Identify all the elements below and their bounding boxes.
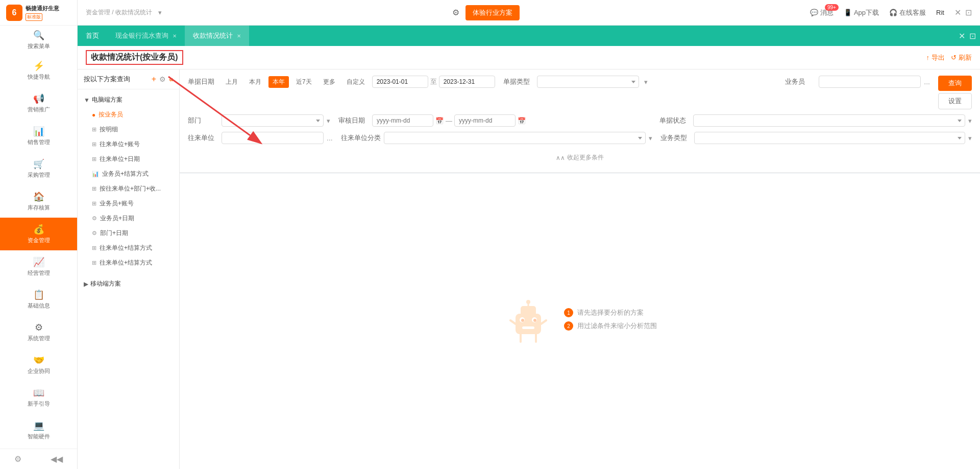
date-btn-custom[interactable]: 自定义 xyxy=(342,76,369,88)
date-range-inputs: 至 xyxy=(372,76,495,88)
tab-receipts[interactable]: 收款情况统计 ✕ xyxy=(185,26,249,46)
close-all-tabs-btn[interactable]: ✕ xyxy=(959,31,965,41)
sidebar-item-inventory[interactable]: 🏠 库存核算 xyxy=(0,185,77,218)
basic-info-icon: 📋 xyxy=(33,289,44,300)
svg-line-10 xyxy=(541,320,546,324)
settings-footer-icon[interactable]: ⚙ xyxy=(14,454,21,464)
business-type-select[interactable] xyxy=(694,132,965,144)
topbar-left: 资金管理 / 收款情况统计 ▾ xyxy=(86,8,162,17)
tree-item-partner-date[interactable]: ⊞ 往来单位+日期 xyxy=(78,152,179,167)
date-filter-label: 单据日期 xyxy=(188,77,218,86)
doc-type-select[interactable] xyxy=(537,76,639,88)
app-download-btn[interactable]: 📱 App下载 xyxy=(844,8,879,17)
scheme-settings-btn[interactable]: ⚙ xyxy=(159,75,166,83)
tree-item-salesperson-settlement[interactable]: 📊 业务员+结算方式 xyxy=(78,167,179,181)
collapse-bar[interactable]: ∧∧ 收起更多条件 xyxy=(188,149,972,166)
partner-more-btn[interactable]: ... xyxy=(327,134,333,142)
dept-select[interactable] xyxy=(222,114,324,127)
purchase-icon: 🛒 xyxy=(33,158,44,170)
sidebar-item-finance[interactable]: 💰 资金管理 xyxy=(0,218,77,250)
tree-item-partner-settlement2[interactable]: ⊞ 往来单位+结算方式 xyxy=(78,255,179,270)
partner-input[interactable] xyxy=(222,132,324,144)
left-panel: 按以下方案查询 + ⚙ « ▼ 电脑端方案 ● 按业务员 ⊞ xyxy=(78,69,180,469)
collapse-panel-btn[interactable]: « xyxy=(169,75,173,83)
date-btn-more[interactable]: 更多 xyxy=(319,76,339,88)
tree-item-by-detail[interactable]: ⊞ 按明细 xyxy=(78,122,179,137)
salesperson-input[interactable] xyxy=(819,76,921,88)
tree-item-partner-settlement1[interactable]: ⊞ 往来单位+结算方式 xyxy=(78,241,179,255)
collapse-footer-icon[interactable]: ◀◀ xyxy=(51,454,63,464)
tree-section-mobile-title[interactable]: ▶ 移动端方案 xyxy=(78,276,179,291)
tab-cashflow[interactable]: 现金银行流水查询 ✕ xyxy=(107,26,185,46)
expand-tabs-btn[interactable]: ⊡ xyxy=(969,31,976,41)
maximize-window-btn[interactable]: ⊡ xyxy=(965,8,972,17)
sidebar-item-quicknav[interactable]: ⚡ 快捷导航 xyxy=(0,54,77,87)
add-scheme-btn[interactable]: + xyxy=(152,75,156,84)
sidebar-item-operations[interactable]: 📈 经营管理 xyxy=(0,250,77,283)
date-btn-7days[interactable]: 近7天 xyxy=(292,76,316,88)
audit-date-to[interactable] xyxy=(454,114,516,127)
sidebar-logo: 6 畅捷通好生意 标准版 xyxy=(0,0,77,26)
tree-item-salesperson-account[interactable]: ⊞ 业务员+账号 xyxy=(78,196,179,211)
sidebar-item-guide[interactable]: 📖 新手引导 xyxy=(0,381,77,414)
filter-area: 单据日期 上月 本月 本年 近7天 更多 自定义 至 xyxy=(180,69,980,173)
date-btn-this-month[interactable]: 本月 xyxy=(245,76,265,88)
marketing-icon: 📢 xyxy=(33,93,44,104)
tree-mobile-arrow: ▶ xyxy=(84,280,88,288)
user-name[interactable]: Rit xyxy=(936,9,944,16)
sales-acct-icon: ⊞ xyxy=(92,200,96,207)
filter-row-1: 单据日期 上月 本月 本年 近7天 更多 自定义 至 xyxy=(188,76,972,109)
audit-date-from[interactable] xyxy=(372,114,433,127)
date-separator: 至 xyxy=(430,77,437,86)
dropdown-icon[interactable]: ▾ xyxy=(158,9,162,16)
tree-item-salesperson-date[interactable]: ⚙ 业务员+日期 xyxy=(78,211,179,226)
date-btn-this-year[interactable]: 本年 xyxy=(268,76,289,88)
close-window-btn[interactable]: ✕ xyxy=(954,8,961,17)
tree-item-dept-date[interactable]: ⚙ 部门+日期 xyxy=(78,226,179,241)
sidebar-item-collab[interactable]: 🤝 企业协同 xyxy=(0,348,77,381)
date-btn-last-month[interactable]: 上月 xyxy=(222,76,242,88)
tree-section-desktop: ▼ 电脑端方案 ● 按业务员 ⊞ 按明细 ⊞ 往来单位+账号 ⊞ 往来单位 xyxy=(78,89,179,273)
query-button[interactable]: 查询 xyxy=(938,76,972,91)
partner-settle2-icon: ⊞ xyxy=(92,260,96,266)
sidebar-item-purchase[interactable]: 🛒 采购管理 xyxy=(0,152,77,185)
sidebar-item-marketing[interactable]: 📢 营销推广 xyxy=(0,87,77,120)
date-from-input[interactable] xyxy=(372,76,428,88)
salesperson-more-btn[interactable]: ... xyxy=(924,78,930,86)
tree-item-partner-dept[interactable]: ⊞ 按往来单位+部门+收... xyxy=(78,181,179,196)
tree-item-partner-account[interactable]: ⊞ 往来单位+账号 xyxy=(78,137,179,152)
sidebar-item-search[interactable]: 🔍 搜索菜单 xyxy=(0,26,77,54)
svg-point-3 xyxy=(526,300,530,304)
doc-type-expand-icon[interactable]: ▾ xyxy=(644,78,648,86)
tree-section-desktop-title[interactable]: ▼ 电脑端方案 xyxy=(78,92,179,107)
sales-icon: 📊 xyxy=(33,126,44,137)
message-btn[interactable]: 💬 消息 99+ xyxy=(810,8,834,17)
tree-item-by-salesperson[interactable]: ● 按业务员 xyxy=(78,107,179,122)
tab-home-label: 首页 xyxy=(86,31,99,40)
gear-icon-topbar[interactable]: ⚙ xyxy=(452,8,459,17)
partner-category-select[interactable] xyxy=(384,132,646,144)
guide-icon: 📖 xyxy=(33,387,44,398)
topbar: 资金管理 / 收款情况统计 ▾ ⚙ 体验行业方案 💬 消息 99+ 📱 App下… xyxy=(78,0,980,26)
sidebar-item-sales[interactable]: 📊 销售管理 xyxy=(0,120,77,152)
sidebar-item-basic-info[interactable]: 📋 基础信息 xyxy=(0,283,77,316)
dept-dropdown-icon: ▾ xyxy=(327,117,330,125)
date-to-input[interactable] xyxy=(439,76,495,88)
doc-status-select[interactable] xyxy=(693,114,966,127)
sidebar-item-hardware[interactable]: 💻 智能硬件 xyxy=(0,414,77,447)
svg-point-6 xyxy=(521,319,524,322)
tabs-end: ✕ ⊡ xyxy=(959,31,980,41)
tab-home[interactable]: 首页 xyxy=(78,26,107,46)
tab-cashflow-label: 现金银行流水查询 xyxy=(115,31,168,40)
sidebar-item-system[interactable]: ⚙ 系统管理 xyxy=(0,316,77,348)
left-panel-icons: + ⚙ « xyxy=(152,75,173,84)
export-btn[interactable]: ↑ 导出 xyxy=(926,53,945,62)
solution-btn[interactable]: 体验行业方案 xyxy=(465,5,520,20)
tab-receipts-close[interactable]: ✕ xyxy=(237,33,241,39)
sales-date-icon: ⚙ xyxy=(92,215,97,222)
online-service-btn[interactable]: 🎧 在线客服 xyxy=(889,8,926,17)
tab-cashflow-close[interactable]: ✕ xyxy=(173,33,177,39)
salesperson-label: 业务员 xyxy=(785,77,816,86)
settings-button[interactable]: 设置 xyxy=(938,93,972,109)
refresh-btn[interactable]: ↺ 刷新 xyxy=(951,53,972,62)
